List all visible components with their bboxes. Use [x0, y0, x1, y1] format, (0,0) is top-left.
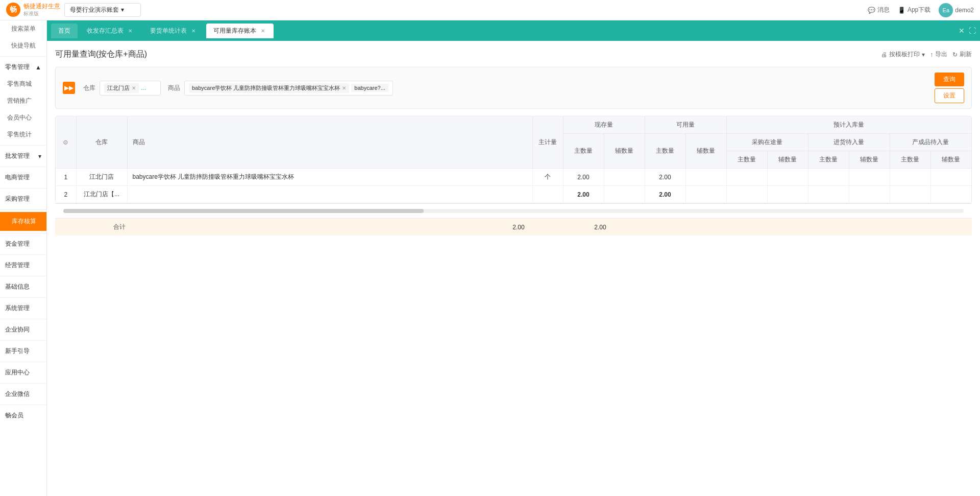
tab-bar-actions: ✕ ⛶ [959, 27, 976, 35]
app-download-button[interactable]: 📱 App下载 [898, 6, 930, 14]
sidebar-item-wholesale-mgmt[interactable]: 批发管理 ▾ [0, 148, 46, 164]
sidebar-item-enterprise-wx[interactable]: 企业微信 [0, 386, 46, 403]
logo-icon: 畅 [6, 3, 20, 17]
query-button[interactable]: 查询 [935, 73, 964, 86]
sidebar-divider-5 [0, 209, 46, 210]
row2-available-sub [685, 186, 726, 203]
row2-seq: 2 [56, 186, 76, 203]
settings-button[interactable]: 设置 [935, 88, 964, 103]
warehouse-filter-more[interactable]: ... [141, 84, 146, 91]
table-incoming-main-header: 主数量 [808, 151, 849, 169]
tab-home[interactable]: 首页 [51, 23, 78, 38]
sidebar-item-search[interactable]: 搜索菜单 [0, 20, 46, 37]
industry-selector[interactable]: 母婴行业演示账套 ▾ [64, 3, 141, 17]
message-icon: 💬 [868, 7, 875, 14]
tab-order-stats-close[interactable]: ✕ [190, 27, 197, 34]
sidebar-item-inventory[interactable]: 库存核算 [0, 212, 46, 231]
sidebar-divider-12 [0, 362, 46, 362]
bottom-total-bar: 合计 2.00 2.00 [55, 218, 972, 235]
horizontal-scrollbar[interactable] [63, 209, 964, 213]
sidebar-item-member[interactable]: 畅会员 [0, 407, 46, 424]
sidebar-item-member-center[interactable]: 会员中心 [0, 109, 46, 126]
tab-maximize-button[interactable]: ⛶ [969, 27, 976, 35]
table-row: 2 江北门店【... 2.00 2.00 [56, 186, 971, 203]
sidebar-item-retail-stats[interactable]: 零售统计 [0, 126, 46, 143]
data-table: ⚙ 仓库 商品 主计量 现存量 可用量 预计入库量 主数量 辅数量 [56, 116, 971, 203]
row1-seq: 1 [56, 169, 76, 186]
tab-available-inventory-close[interactable]: ✕ [259, 27, 266, 34]
table-stock-main-header: 主数量 [563, 134, 604, 169]
logo-text: 畅捷通好生意 [23, 3, 60, 10]
table-product-sub-header: 辅数量 [930, 151, 971, 169]
row1-stock-sub [604, 169, 645, 186]
warehouse-tag-close[interactable]: ✕ [132, 85, 136, 91]
table-row: 1 江北门店 babycare学饮杯 儿童防摔防撞吸管杯重力球吸嘴杯宝宝水杯 个… [56, 169, 971, 186]
product-filter-label: 商品 [168, 84, 180, 92]
sidebar-item-ecommerce[interactable]: 电商管理 [0, 169, 46, 186]
warehouse-tag: 江北门店 ✕ [104, 83, 139, 93]
sidebar-item-system[interactable]: 系统管理 [0, 300, 46, 317]
product-filter-input[interactable]: babycare学饮杯 儿童防摔防撞吸管杯重力球吸嘴杯宝宝水杯 ✕ babyca… [184, 81, 393, 96]
sidebar-item-app-center[interactable]: 应用中心 [0, 364, 46, 381]
total-available-main: 2.00 [580, 224, 621, 231]
product-tag: babycare学饮杯 儿童防摔防撞吸管杯重力球吸嘴杯宝宝水杯 ✕ [189, 83, 349, 93]
table-incoming-pending-header: 进货待入量 [808, 134, 890, 151]
sidebar-item-retail-mgmt[interactable]: 零售管理 ▲ [0, 59, 46, 76]
sidebar-item-retail-shop[interactable]: 零售商城 [0, 76, 46, 92]
row2-purchase-sub [767, 186, 808, 203]
template-print-button[interactable]: 🖨 按模板打印 ▾ [881, 50, 925, 59]
sidebar-item-operations[interactable]: 经营管理 [0, 257, 46, 274]
message-button[interactable]: 💬 消息 [868, 6, 890, 14]
data-table-wrapper: ⚙ 仓库 商品 主计量 现存量 可用量 预计入库量 主数量 辅数量 [55, 116, 972, 203]
sidebar-item-quick-nav[interactable]: 快捷导航 [0, 37, 46, 54]
row2-stock-main: 2.00 [563, 186, 604, 203]
sidebar-divider-8 [0, 276, 46, 276]
row2-purchase-main [726, 186, 767, 203]
refresh-button[interactable]: ↻ 刷新 [952, 50, 972, 59]
row1-purchase-main [726, 169, 767, 186]
table-available-sub-header: 辅数量 [685, 134, 726, 169]
scrollbar-thumb[interactable] [63, 209, 424, 213]
top-bar-right: 💬 消息 📱 App下载 Ea demo2 [868, 3, 974, 17]
tab-available-inventory-label: 可用量库存账本 [213, 27, 256, 35]
row2-incoming-sub [849, 186, 890, 203]
tab-available-inventory[interactable]: 可用量库存账本 ✕ [206, 23, 274, 38]
sidebar-item-basic-info[interactable]: 基础信息 [0, 278, 46, 295]
sidebar-divider-6 [0, 233, 46, 233]
logo-area: 畅 畅捷通好生意 标准版 [6, 3, 60, 17]
page-inner: 可用量查询(按仓库+商品) 🖨 按模板打印 ▾ ↑ 导出 ↻ [47, 41, 980, 496]
refresh-icon: ↻ [952, 51, 958, 58]
table-warehouse-header: 仓库 [76, 116, 127, 169]
sidebar-divider-9 [0, 297, 46, 298]
avatar: Ea [939, 3, 953, 17]
page-title: 可用量查询(按仓库+商品) [55, 49, 147, 60]
tab-close-all-button[interactable]: ✕ [959, 27, 965, 35]
table-settings-header[interactable]: ⚙ [56, 116, 76, 169]
tab-order-stats[interactable]: 要货单统计表 ✕ [143, 23, 204, 38]
product-tag-close[interactable]: ✕ [342, 85, 346, 91]
warehouse-filter-input[interactable]: 江北门店 ✕ ... [100, 81, 161, 96]
table-available-header: 可用量 [645, 116, 726, 134]
export-button[interactable]: ↑ 导出 [930, 50, 947, 59]
table-purchase-sub-header: 辅数量 [767, 151, 808, 169]
sidebar-item-marketing[interactable]: 营销推广 [0, 92, 46, 109]
sidebar-item-new-guide[interactable]: 新手引导 [0, 343, 46, 360]
user-profile[interactable]: Ea demo2 [939, 3, 974, 17]
total-label: 合计 [84, 223, 155, 231]
sidebar-divider-2 [0, 145, 46, 146]
download-icon: 📱 [898, 7, 905, 14]
sidebar-item-finance[interactable]: 资金管理 [0, 235, 46, 252]
filter-toggle-button[interactable]: ▶▶ [63, 82, 75, 94]
sidebar-item-purchase[interactable]: 采购管理 [0, 191, 46, 207]
sidebar-item-enterprise[interactable]: 企业协同 [0, 321, 46, 338]
row1-available-sub [685, 169, 726, 186]
table-available-main-header: 主数量 [645, 134, 685, 169]
tab-receive-summary[interactable]: 收发存汇总表 ✕ [80, 23, 141, 38]
sidebar-divider-13 [0, 383, 46, 384]
sidebar-divider [0, 56, 46, 57]
row1-product-sub [930, 169, 971, 186]
row2-warehouse: 江北门店【... [76, 186, 127, 203]
tab-receive-summary-close[interactable]: ✕ [127, 27, 134, 34]
row1-product-main [890, 169, 930, 186]
row2-stock-sub [604, 186, 645, 203]
